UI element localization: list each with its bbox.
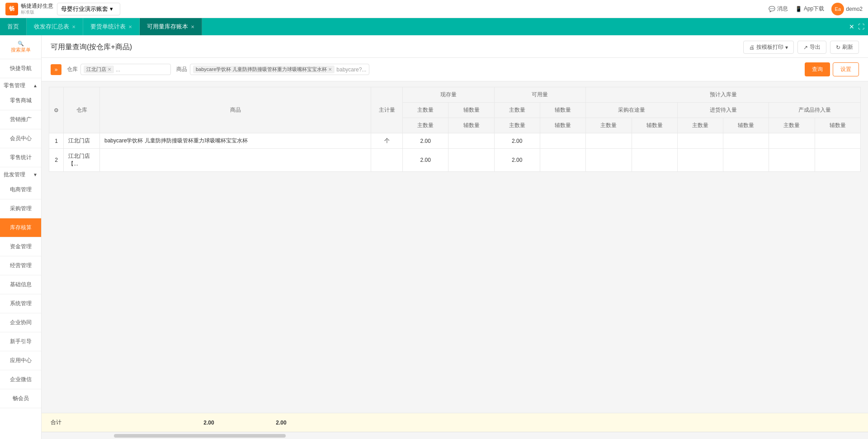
available-col-header: 可用量: [494, 87, 586, 103]
current-aux-label: 辅数量: [448, 118, 494, 133]
sidebar-item-system[interactable]: 系统管理: [0, 294, 41, 313]
sidebar-search[interactable]: 🔍 搜索菜单: [0, 35, 41, 59]
summary-bar: 合计 2.00 2.00: [42, 413, 868, 432]
sidebar-item-marketing[interactable]: 营销推广: [0, 110, 41, 129]
tab-home[interactable]: 首页: [0, 18, 27, 35]
product-more[interactable]: babycare?...: [336, 66, 366, 73]
seq-cell: 2: [49, 149, 64, 172]
sidebar-section-retail[interactable]: 零售管理 ▲: [0, 78, 41, 91]
industry-selector[interactable]: 母婴行业演示账套 ▾: [57, 3, 120, 15]
remove-warehouse-tag[interactable]: ✕: [108, 67, 111, 72]
close-tab-receive-summary[interactable]: ✕: [72, 24, 75, 29]
product-cell: [100, 149, 371, 172]
warehouse-input[interactable]: 江北门店 ✕ ...: [80, 64, 171, 75]
pp-aux-label: 辅数量: [815, 118, 860, 133]
sidebar-item-retail-stats[interactable]: 零售统计: [0, 148, 41, 167]
refresh-icon: ↻: [836, 44, 840, 51]
warehouse-label: 仓库: [67, 66, 78, 73]
search-icon: 🔍: [18, 41, 24, 46]
available-aux-label: 辅数量: [540, 118, 585, 133]
remove-product-tag[interactable]: ✕: [328, 67, 332, 72]
product-col-header: 商品: [100, 87, 371, 133]
sidebar-item-ecommerce[interactable]: 电商管理: [0, 180, 41, 199]
settings-col-header[interactable]: ⚙: [49, 87, 64, 133]
page-header: 可用量查询(按仓库+商品) 🖨 按模板打印 ▾ ↗ 导出 ↻ 刷新: [42, 35, 868, 58]
expand-icon[interactable]: ⛶: [858, 23, 864, 30]
horizontal-scrollbar-thumb[interactable]: [114, 434, 286, 438]
close-tab-order-stats[interactable]: ✕: [128, 24, 132, 29]
sidebar-section-wholesale[interactable]: 批发管理 ▼: [0, 167, 41, 180]
available-main-label: 主数量: [494, 118, 540, 133]
goods-pending-header: 进货待入量: [677, 103, 769, 118]
tab-receive-summary[interactable]: 收发存汇总表 ✕: [27, 18, 83, 35]
pt-aux-label: 辅数量: [632, 118, 677, 133]
chevron-down-icon: ▾: [785, 44, 788, 51]
top-bar: 畅 畅捷通好生意 标准版 母婴行业演示账套 ▾ 💬 消息 📱 App下载 Ea …: [0, 0, 868, 18]
current-main-label: 主数量: [403, 118, 448, 133]
seq-cell: 1: [49, 133, 64, 149]
user-profile[interactable]: Ea demo2: [831, 3, 863, 15]
current-main-cell: 2.00: [403, 133, 448, 149]
pp-main-label: 主数量: [769, 118, 815, 133]
current-aux-cell: [448, 149, 494, 172]
refresh-button[interactable]: ↻ 刷新: [830, 41, 859, 54]
content-area: 可用量查询(按仓库+商品) 🖨 按模板打印 ▾ ↗ 导出 ↻ 刷新: [42, 35, 868, 439]
production-pending-header: 产成品待入量: [769, 103, 861, 118]
sidebar-item-newbie[interactable]: 新手引导: [0, 332, 41, 351]
summary-current-main: 2.00: [191, 420, 227, 426]
gp-main-cell: [677, 133, 723, 149]
available-aux-cell: [540, 149, 585, 172]
chevron-down-icon: ▾: [110, 5, 113, 12]
message-button[interactable]: 💬 消息: [769, 5, 788, 13]
sidebar-item-finance[interactable]: 资金管理: [0, 237, 41, 256]
pt-main-cell: [586, 149, 632, 172]
sidebar-item-vip[interactable]: 畅会员: [0, 389, 41, 408]
filter-toggle-button[interactable]: »: [51, 64, 61, 75]
sidebar-item-inventory[interactable]: 库存核算: [0, 218, 41, 237]
unit-cell: [371, 149, 403, 172]
sidebar: 🔍 搜索菜单 快捷导航 零售管理 ▲ 零售商城 营销推广 会员中心 零售统计 批…: [0, 35, 42, 439]
product-input[interactable]: babycare学饮杯 儿童防摔防撞吸管杯重力球吸嘴杯宝宝水杯 ✕ babyca…: [190, 64, 369, 75]
sidebar-item-operations[interactable]: 经营管理: [0, 256, 41, 275]
print-icon: 🖨: [749, 44, 755, 51]
chevron-icon: ▲: [33, 83, 38, 88]
settings-icon: ⚙: [54, 107, 59, 113]
logo-area: 畅 畅捷通好生意 标准版: [5, 3, 53, 15]
scroll-bar-area[interactable]: [42, 432, 868, 439]
sidebar-item-purchase[interactable]: 采购管理: [0, 199, 41, 218]
planned-inbound-col-header: 预计入库量: [586, 87, 861, 103]
print-button[interactable]: 🖨 按模板打印 ▾: [743, 41, 794, 54]
unit-col-header: 主计量: [371, 87, 403, 133]
gp-aux-label: 辅数量: [723, 118, 769, 133]
app-download-button[interactable]: 📱 App下载: [795, 5, 824, 13]
close-tab-available-inventory[interactable]: ✕: [191, 24, 194, 29]
sidebar-item-enterprise-wechat[interactable]: 企业微信: [0, 370, 41, 389]
settings-button[interactable]: 设置: [833, 62, 859, 76]
query-button[interactable]: 查询: [805, 62, 830, 76]
close-all-tabs-icon[interactable]: ✕: [849, 23, 854, 30]
pt-main-label: 主数量: [586, 118, 632, 133]
sidebar-item-quick-nav[interactable]: 快捷导航: [0, 59, 41, 78]
sidebar-item-basic-info[interactable]: 基础信息: [0, 275, 41, 294]
top-bar-right: 💬 消息 📱 App下载 Ea demo2: [769, 3, 863, 15]
gp-main-cell: [677, 149, 723, 172]
sidebar-item-enterprise[interactable]: 企业协同: [0, 313, 41, 332]
nav-tabs: 首页 收发存汇总表 ✕ 要货单统计表 ✕ 可用量库存账本 ✕ ✕ ⛶: [0, 18, 868, 35]
available-main-qty-header: 主数量: [494, 103, 540, 118]
warehouse-more[interactable]: ...: [116, 66, 120, 73]
message-icon: 💬: [769, 6, 775, 12]
avatar: Ea: [831, 3, 844, 15]
sidebar-item-retail-mall[interactable]: 零售商城: [0, 91, 41, 110]
pp-aux-cell: [815, 133, 860, 149]
logo-icon: 畅: [5, 3, 18, 15]
sidebar-item-app-center[interactable]: 应用中心: [0, 351, 41, 370]
tab-available-inventory[interactable]: 可用量库存账本 ✕: [140, 18, 202, 35]
filter-bar: » 仓库 江北门店 ✕ ... 商品 babycare学饮杯 儿童防摔防撞吸管杯…: [42, 58, 868, 81]
pt-aux-cell: [632, 149, 677, 172]
sidebar-item-member-center[interactable]: 会员中心: [0, 129, 41, 148]
tab-order-stats[interactable]: 要货单统计表 ✕: [83, 18, 140, 35]
current-aux-cell: [448, 133, 494, 149]
export-button[interactable]: ↗ 导出: [797, 41, 826, 54]
pp-main-cell: [769, 149, 815, 172]
current-stock-col-header: 现存量: [403, 87, 495, 103]
